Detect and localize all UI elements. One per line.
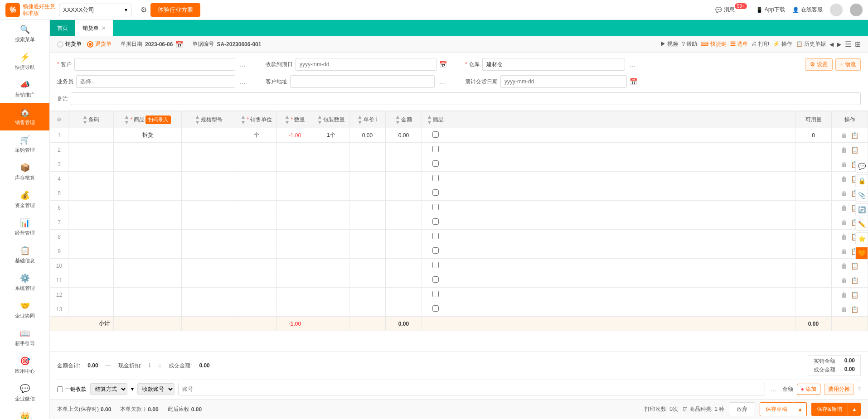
right-panel-refresh-btn[interactable]: 🔄 (855, 203, 868, 216)
account-input[interactable] (178, 383, 765, 395)
row-amount[interactable] (386, 230, 422, 244)
row-price[interactable] (349, 259, 386, 273)
row-spec[interactable] (182, 288, 236, 302)
table-settings-icon[interactable]: ⚙ (57, 116, 62, 123)
list-view-icon[interactable]: ☰ (845, 40, 851, 48)
sidebar-item-member[interactable]: 👑 畅会员 (0, 407, 49, 419)
copy-row-btn[interactable]: 📋 (850, 262, 859, 270)
salesperson-dots-btn[interactable]: ... (238, 77, 247, 86)
right-panel-lock-btn[interactable]: 🔒 (855, 174, 868, 187)
row-spec[interactable] (182, 230, 236, 244)
row-barcode[interactable] (68, 157, 114, 172)
logistics-btn[interactable]: + 物流 (835, 58, 861, 71)
row-qty[interactable] (277, 157, 313, 172)
copy-row-btn[interactable]: 📋 (850, 277, 859, 284)
avatar2[interactable] (850, 4, 863, 16)
row-spec[interactable] (182, 244, 236, 259)
row-pkg-qty[interactable] (313, 215, 349, 230)
setting-btn[interactable]: ⚙ 设置 (805, 58, 832, 71)
delete-row-btn[interactable]: 🗑 (840, 277, 848, 284)
prev-icon[interactable]: ◀ (829, 41, 834, 48)
row-pkg-qty[interactable] (313, 143, 349, 157)
copy-row-btn[interactable]: 📋 (850, 291, 859, 299)
row-unit[interactable] (236, 288, 277, 302)
company-selector[interactable]: XXXXX公司 ▾ (59, 4, 131, 16)
row-qty[interactable] (277, 230, 313, 244)
copy-row-btn[interactable]: 📋 (850, 146, 859, 154)
row-amount[interactable] (386, 157, 422, 172)
th-settings[interactable]: ⚙ (50, 111, 68, 128)
row-spec[interactable] (182, 186, 236, 201)
message-btn[interactable]: 💬 消息 99+ (715, 6, 749, 14)
copy-row-btn[interactable]: 📋 (850, 306, 859, 313)
delete-row-btn[interactable]: 🗑 (840, 175, 848, 183)
row-amount[interactable] (386, 259, 422, 273)
row-pkg-qty[interactable] (313, 244, 349, 259)
customer-input[interactable] (74, 58, 235, 71)
row-barcode[interactable] (68, 172, 114, 186)
row-amount[interactable] (386, 201, 422, 215)
scan-btn[interactable]: 扫码录入 (145, 116, 171, 124)
row-gift[interactable] (422, 230, 449, 244)
row-amount[interactable] (386, 172, 422, 186)
row-qty[interactable] (277, 186, 313, 201)
one-click-payment[interactable]: 一键收款 (57, 385, 87, 393)
row-gift[interactable] (422, 157, 449, 172)
row-spec[interactable] (182, 128, 236, 143)
row-barcode[interactable] (68, 201, 114, 215)
salesperson-input[interactable] (76, 75, 235, 88)
customer-address-input[interactable] (290, 75, 435, 88)
trial-button[interactable]: 体验行业方案 (150, 3, 200, 17)
sidebar-item-operation[interactable]: 📊 经营管理 (0, 213, 49, 241)
row-spec[interactable] (182, 259, 236, 273)
discard-btn[interactable]: 放弃 (729, 402, 755, 416)
row-unit[interactable] (236, 273, 277, 288)
right-panel-edit-btn[interactable]: ✏️ (855, 218, 868, 231)
save-new-btn[interactable]: 保存&新增 (811, 403, 848, 416)
row-qty[interactable] (277, 172, 313, 186)
row-price[interactable] (349, 288, 386, 302)
row-amount[interactable] (386, 186, 422, 201)
row-qty[interactable] (277, 273, 313, 288)
row-unit[interactable] (236, 186, 277, 201)
delete-row-btn[interactable]: 🗑 (840, 219, 848, 226)
row-unit[interactable] (236, 201, 277, 215)
row-amount[interactable] (386, 244, 422, 259)
save-draft-btn[interactable]: 保存草稿 (760, 402, 793, 416)
print-btn[interactable]: 🖨 打印 (752, 40, 769, 48)
remarks-input[interactable] (71, 92, 861, 105)
row-goods[interactable] (114, 302, 182, 317)
row-price[interactable] (349, 302, 386, 317)
row-unit[interactable] (236, 302, 277, 317)
sidebar-item-quick-nav[interactable]: ⚡ 快捷导航 (0, 48, 49, 75)
delete-row-btn[interactable]: 🗑 (840, 248, 848, 255)
sidebar-item-finance[interactable]: 💰 资金管理 (0, 186, 49, 213)
row-gift[interactable] (422, 128, 449, 143)
row-pkg-qty[interactable]: 1个 (313, 128, 349, 143)
row-pkg-qty[interactable] (313, 230, 349, 244)
row-barcode[interactable] (68, 288, 114, 302)
row-spec[interactable] (182, 273, 236, 288)
row-goods[interactable] (114, 215, 182, 230)
row-pkg-qty[interactable] (313, 259, 349, 273)
row-barcode[interactable] (68, 244, 114, 259)
help-btn[interactable]: ? 帮助 (682, 40, 697, 48)
row-qty[interactable] (277, 215, 313, 230)
row-price[interactable] (349, 244, 386, 259)
row-gift[interactable] (422, 172, 449, 186)
delivery-calendar-icon[interactable]: 📅 (630, 78, 637, 85)
radio-return[interactable]: 退货单 (87, 40, 112, 48)
delete-row-btn[interactable]: 🗑 (840, 190, 848, 197)
row-unit[interactable] (236, 230, 277, 244)
account-select[interactable]: 收款账号 (137, 383, 175, 395)
row-barcode[interactable] (68, 259, 114, 273)
radio-sales[interactable]: 销货单 (57, 40, 82, 48)
row-unit[interactable] (236, 157, 277, 172)
goods-type-checkbox[interactable]: ☑ (683, 406, 688, 413)
delete-row-btn[interactable]: 🗑 (840, 291, 848, 299)
row-pkg-qty[interactable] (313, 288, 349, 302)
delete-row-btn[interactable]: 🗑 (840, 204, 848, 212)
row-barcode[interactable] (68, 302, 114, 317)
tab-sales-order[interactable]: 销货单 ✕ (75, 20, 113, 36)
row-goods[interactable] (114, 186, 182, 201)
